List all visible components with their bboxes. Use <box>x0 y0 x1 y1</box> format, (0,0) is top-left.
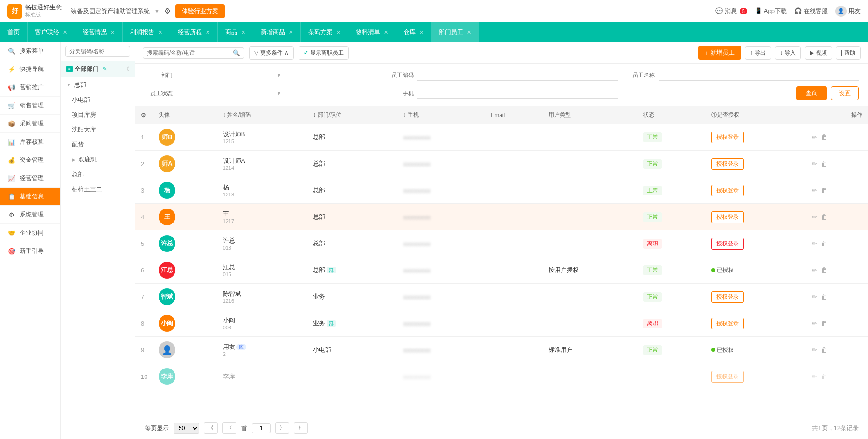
edit-button[interactable]: ✏ <box>812 373 817 380</box>
sidebar-item-basic[interactable]: 📋 基础信息 <box>0 188 60 206</box>
add-employee-button[interactable]: + 新增员工 <box>698 46 741 60</box>
dept-tree-item-youshi[interactable]: 柚柿王三二 <box>61 182 135 197</box>
tab-goods[interactable]: 商品 ✕ <box>218 22 253 42</box>
help-button[interactable]: | 帮助 <box>836 46 861 60</box>
tab-warehouse[interactable]: 仓库 ✕ <box>396 22 431 42</box>
tab-profit[interactable]: 利润报告 ✕ <box>123 22 170 42</box>
edit-button[interactable]: ✏ <box>812 266 817 274</box>
auth-button[interactable]: 授权登录 <box>711 158 744 170</box>
dept-tree-item-peihuo[interactable]: 配货 <box>61 137 135 152</box>
tab-add-goods[interactable]: 新增商品 ✕ <box>253 22 301 42</box>
tab-home[interactable]: 首页 <box>0 22 28 42</box>
search-input[interactable] <box>147 49 231 56</box>
close-icon[interactable]: ✕ <box>63 29 67 35</box>
phone-input[interactable] <box>417 88 618 99</box>
dept-tree-root[interactable]: ▼ 总部 <box>61 77 135 92</box>
auth-button[interactable]: 授权登录 <box>711 238 744 250</box>
edit-button[interactable]: ✏ <box>812 240 817 247</box>
more-filter-button[interactable]: ▽ 更多条件 ∧ <box>249 46 294 60</box>
search-button[interactable]: 查询 <box>796 86 827 100</box>
close-icon[interactable]: ✕ <box>384 29 388 35</box>
tab-barcode[interactable]: 条码方案 ✕ <box>301 22 348 42</box>
delete-button[interactable]: 🗑 <box>821 266 827 274</box>
dept-all-button[interactable]: ≡ 全部部门 ✎ 《 <box>61 61 135 77</box>
dept-tree-item-shenyang[interactable]: 沈阳大库 <box>61 122 135 137</box>
delete-button[interactable]: 🗑 <box>821 213 827 221</box>
close-icon[interactable]: ✕ <box>111 29 115 35</box>
close-icon[interactable]: ✕ <box>158 29 162 35</box>
app-download-button[interactable]: 📱 App下载 <box>755 7 787 15</box>
auth-button[interactable]: 授权登录 <box>711 185 744 196</box>
import-button[interactable]: ↓ 导入 <box>775 46 801 60</box>
sidebar-item-sales[interactable]: 🛒 销售管理 <box>0 97 60 115</box>
edit-button[interactable]: ✏ <box>812 346 817 354</box>
delete-button[interactable]: 🗑 <box>821 133 827 141</box>
sidebar-item-nav[interactable]: ⚡ 快捷导航 <box>0 60 60 78</box>
dept-search-input[interactable] <box>65 46 130 57</box>
sidebar-item-system[interactable]: ⚙ 系统管理 <box>0 206 60 224</box>
tab-customer[interactable]: 客户联络 ✕ <box>28 22 75 42</box>
close-icon[interactable]: ✕ <box>241 29 245 35</box>
auth-button[interactable]: 授权登录 <box>711 371 744 383</box>
delete-button[interactable]: 🗑 <box>821 240 827 247</box>
close-icon[interactable]: ✕ <box>419 29 424 35</box>
user-menu[interactable]: 👤 用友 <box>835 6 861 17</box>
tab-history[interactable]: 经营历程 ✕ <box>170 22 218 42</box>
search-icon[interactable]: 🔍 <box>233 49 240 56</box>
status-select[interactable]: ▼ <box>176 89 376 98</box>
sidebar-item-marketing[interactable]: 📢 营销推广 <box>0 78 60 97</box>
delete-button[interactable]: 🗑 <box>821 293 827 300</box>
delete-button[interactable]: 🗑 <box>821 160 827 167</box>
emp-name-input[interactable] <box>659 70 859 81</box>
last-page-button[interactable]: 》 <box>294 422 308 434</box>
export-button[interactable]: ↑ 导出 <box>745 46 771 60</box>
show-resigned-button[interactable]: ✔ 显示离职员工 <box>299 46 349 60</box>
auth-button[interactable]: 授权登录 <box>711 211 744 223</box>
system-title-dropdown[interactable]: ▼ <box>154 8 160 14</box>
sidebar-item-guide[interactable]: 🎯 新手引导 <box>0 242 60 260</box>
sidebar-item-management[interactable]: 📈 经营管理 <box>0 169 60 188</box>
edit-button[interactable]: ✏ <box>812 320 817 327</box>
dept-select[interactable]: ▼ <box>176 70 376 80</box>
per-page-select[interactable]: 50 20 100 <box>174 423 199 434</box>
next-page-button[interactable]: 〉 <box>275 422 289 434</box>
sidebar-item-finance[interactable]: 💰 资金管理 <box>0 151 60 169</box>
dept-tree-item-zongbu[interactable]: 总部 <box>61 167 135 182</box>
close-icon[interactable]: ✕ <box>467 29 471 35</box>
col-dept[interactable]: ↕ 部门/职位 <box>307 106 398 124</box>
delete-button[interactable]: 🗑 <box>821 187 827 194</box>
col-settings[interactable]: ⚙ <box>135 106 153 124</box>
sidebar-item-purchase[interactable]: 📦 采购管理 <box>0 115 60 133</box>
close-icon[interactable]: ✕ <box>289 29 293 35</box>
edit-button[interactable]: ✏ <box>812 213 817 221</box>
delete-button[interactable]: 🗑 <box>821 320 827 327</box>
tab-dept-staff[interactable]: 部门员工 ✕ <box>431 22 479 42</box>
first-page-button[interactable]: 《 <box>204 422 218 434</box>
edit-button[interactable]: ✏ <box>812 293 817 300</box>
sidebar-item-inventory[interactable]: 📊 库存核算 <box>0 133 60 151</box>
tab-operation[interactable]: 经营情况 ✕ <box>75 22 123 42</box>
dept-collapse-btn[interactable]: 《 <box>124 65 129 73</box>
video-button[interactable]: ▶ 视频 <box>805 46 832 60</box>
col-name[interactable]: ↕ 姓名/编码 <box>217 106 308 124</box>
col-phone[interactable]: ↕ 手机 <box>398 106 485 124</box>
dept-tree-item-shuanglu[interactable]: ▶ 双鹿想 <box>61 152 135 167</box>
delete-button[interactable]: 🗑 <box>821 346 827 354</box>
online-service-button[interactable]: 🎧 在线客服 <box>794 7 828 15</box>
dept-tree-item-xiaodian[interactable]: 小电部 <box>61 92 135 107</box>
prev-page-button[interactable]: 〈 <box>222 422 236 434</box>
edit-button[interactable]: ✏ <box>812 133 817 141</box>
edit-button[interactable]: ✏ <box>812 160 817 167</box>
tab-bom[interactable]: 物料清单 ✕ <box>348 22 396 42</box>
dept-tree-item-project[interactable]: 项目库房 <box>61 107 135 122</box>
delete-button[interactable]: 🗑 <box>821 373 827 380</box>
close-icon[interactable]: ✕ <box>206 29 210 35</box>
setting-button[interactable]: 设置 <box>831 86 859 100</box>
edit-button[interactable]: ✏ <box>812 187 817 194</box>
dept-settings-icon[interactable]: ✎ <box>103 66 107 72</box>
auth-button[interactable]: 授权登录 <box>711 132 744 143</box>
message-button[interactable]: 💬 消息 5 <box>715 7 747 15</box>
emp-code-input[interactable] <box>417 70 618 81</box>
sidebar-item-collab[interactable]: 🤝 企业协同 <box>0 224 60 242</box>
gear-button[interactable]: ⚙ <box>164 7 171 15</box>
